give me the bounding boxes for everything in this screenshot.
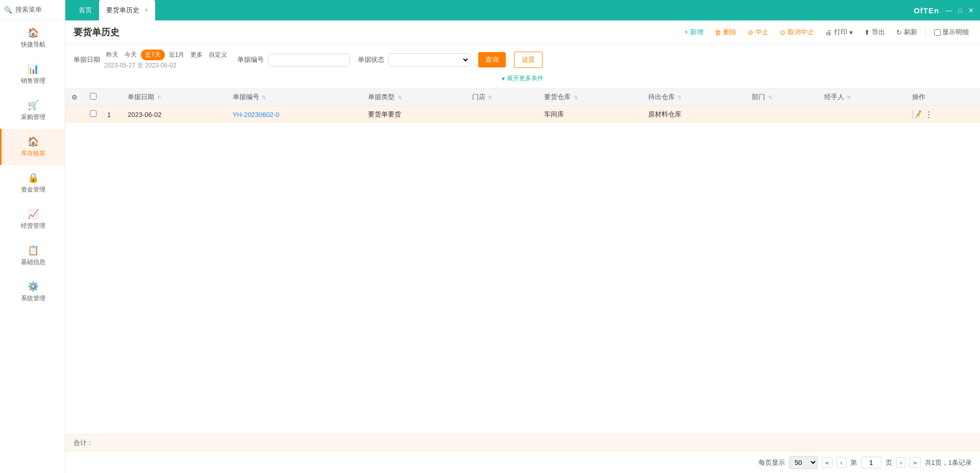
- filter-area: 单据日期 昨天今天近7天近1月更多自定义 2023-05-27 至 2023-0…: [65, 44, 980, 88]
- main-area: 首页要货单历史× OfTEn — □ ✕ 要货单历史 + 新增 🗑 删除 ⊘ 中…: [65, 0, 980, 473]
- tab-requisition-history[interactable]: 要货单历史×: [99, 0, 155, 20]
- sort-icon-dept: ⇅: [768, 94, 772, 100]
- date-range-display: 2023-05-27 至 2023-06-02: [104, 61, 229, 70]
- doc-status-select[interactable]: [388, 53, 470, 67]
- first-page-button[interactable]: «: [822, 457, 832, 468]
- total-info: 共1页，1条记录: [925, 458, 972, 467]
- th-handler[interactable]: 经手人 ⇅: [819, 88, 908, 106]
- sidebar-item-operations[interactable]: 📈 经营管理: [0, 201, 65, 238]
- date-shortcut-昨天[interactable]: 昨天: [104, 50, 120, 60]
- query-button[interactable]: 查询: [478, 52, 506, 67]
- th-req-warehouse[interactable]: 要货仓库 ⇅: [539, 88, 643, 106]
- new-button[interactable]: + 新增: [681, 26, 706, 39]
- settings-button[interactable]: 设置: [514, 52, 543, 68]
- refresh-button[interactable]: ↻ 刷新: [893, 26, 920, 39]
- prev-page-button[interactable]: ‹: [837, 457, 846, 468]
- sales-icon: 📊: [28, 63, 39, 75]
- doc-number-input[interactable]: [268, 54, 350, 66]
- minimize-button[interactable]: —: [945, 7, 952, 14]
- search-icon: 🔍: [4, 6, 12, 14]
- expand-label: 展开更多条件: [507, 74, 544, 83]
- tab-close-requisition-history[interactable]: ×: [144, 7, 148, 14]
- td-reqwh-0: 车间库: [539, 106, 643, 123]
- sidebar-item-system[interactable]: ⚙️ 系统管理: [0, 274, 65, 310]
- sidebar-item-label-quick-nav: 快捷导航: [21, 40, 45, 49]
- row-checkbox-0[interactable]: [90, 110, 96, 117]
- purchase-icon: 🛒: [28, 100, 39, 111]
- td-handler-0: [819, 106, 908, 123]
- action-edit-icon-0[interactable]: 📝: [912, 110, 922, 119]
- system-icon: ⚙️: [28, 281, 39, 292]
- stop-button[interactable]: ⊘ 中止: [745, 26, 772, 39]
- table-row[interactable]: 1 2023-06-02 YH-20230602-0 要货单要货 车间库 原材料…: [65, 106, 980, 123]
- doc-status-label: 单据状态: [358, 55, 384, 64]
- th-doc-type[interactable]: 单据类型 ⇅: [363, 88, 467, 106]
- print-dropdown-icon[interactable]: ▾: [849, 29, 853, 36]
- close-window-button[interactable]: ✕: [968, 7, 974, 14]
- next-page-button[interactable]: ›: [896, 457, 905, 468]
- sidebar-item-label-system: 系统管理: [21, 294, 45, 303]
- td-num-0: 1: [102, 106, 122, 123]
- td-store-0: [467, 106, 540, 123]
- current-page-input[interactable]: [861, 457, 881, 468]
- sidebar-item-sales[interactable]: 📊 销售管理: [0, 56, 65, 92]
- maximize-button[interactable]: □: [958, 7, 962, 14]
- per-page-select[interactable]: 2050100200: [789, 456, 818, 469]
- sidebar: 🔍 搜索菜单 🏠 快捷导航 📊 销售管理 🛒 采购管理 🏠 库存核算 🔒 资金管…: [0, 0, 65, 473]
- table-footer: 合计：: [65, 434, 980, 452]
- topbar: 首页要货单历史× OfTEn — □ ✕: [65, 0, 980, 20]
- sidebar-item-purchase[interactable]: 🛒 采购管理: [0, 92, 65, 129]
- sidebar-item-quick-nav[interactable]: 🏠 快捷导航: [0, 20, 65, 56]
- sort-icon-date: ⇅: [157, 94, 161, 100]
- date-shortcut-更多[interactable]: 更多: [188, 50, 205, 60]
- td-dept-0: [747, 106, 819, 123]
- td-pendwh-0: 原材料仓库: [643, 106, 747, 123]
- toolbar: + 新增 🗑 删除 ⊘ 中止 ⊙ 取消中止 🖨 打印 ▾: [681, 26, 972, 39]
- date-shortcut-今天[interactable]: 今天: [122, 50, 139, 60]
- td-setting-0: [65, 106, 84, 123]
- sort-icon-store: ⇅: [488, 94, 492, 100]
- sidebar-item-inventory[interactable]: 🏠 库存核算: [0, 129, 65, 165]
- sidebar-item-basic-info[interactable]: 📋 基础信息: [0, 238, 65, 274]
- th-store[interactable]: 门店 ⇅: [467, 88, 540, 106]
- sort-icon-doctype: ⇅: [398, 94, 402, 100]
- date-shortcuts: 昨天今天近7天近1月更多自定义 2023-05-27 至 2023-06-02: [104, 50, 229, 70]
- sidebar-search-label: 搜索菜单: [15, 5, 42, 14]
- toolbar-divider: [925, 28, 926, 36]
- go-prefix: 第: [850, 458, 857, 467]
- filter-row: 单据日期 昨天今天近7天近1月更多自定义 2023-05-27 至 2023-0…: [74, 50, 972, 70]
- th-department[interactable]: 部门 ⇅: [747, 88, 819, 106]
- sidebar-item-finance[interactable]: 🔒 资金管理: [0, 165, 65, 201]
- operations-icon: 📈: [28, 208, 39, 220]
- date-shortcut-近1月[interactable]: 近1月: [167, 50, 187, 60]
- last-page-button[interactable]: »: [910, 457, 920, 468]
- sidebar-item-label-finance: 资金管理: [21, 185, 45, 194]
- sort-icon-docno: ⇅: [262, 94, 266, 100]
- td-checkbox-0[interactable]: [84, 106, 102, 123]
- show-detail-button[interactable]: 显示明细: [931, 26, 972, 39]
- select-all-checkbox[interactable]: [90, 93, 96, 100]
- sidebar-item-label-purchase: 采购管理: [21, 113, 45, 122]
- print-button[interactable]: 🖨 打印 ▾: [822, 26, 856, 39]
- sidebar-item-label-basic-info: 基础信息: [21, 258, 45, 267]
- show-detail-checkbox[interactable]: [934, 29, 941, 36]
- export-button[interactable]: ⬆ 导出: [861, 26, 888, 39]
- delete-button[interactable]: 🗑 删除: [712, 26, 740, 39]
- th-pending-warehouse[interactable]: 待出仓库 ⇅: [643, 88, 747, 106]
- expand-more-button[interactable]: ▾ 展开更多条件: [74, 74, 972, 83]
- topbar-right: OfTEn — □ ✕: [914, 6, 974, 15]
- th-setting[interactable]: ⚙: [65, 88, 84, 106]
- doc-status-filter-group: 单据状态: [358, 53, 470, 67]
- doc-number-filter-group: 单据编号: [237, 54, 350, 66]
- th-doc-no[interactable]: 单据编号 ⇅: [228, 88, 363, 106]
- cancel-stop-button[interactable]: ⊙ 取消中止: [777, 26, 817, 39]
- basic-info-icon: 📋: [28, 245, 39, 256]
- refresh-icon: ↻: [896, 29, 902, 36]
- doc-no-link-0[interactable]: YH-20230602-0: [233, 111, 280, 119]
- tab-home[interactable]: 首页: [71, 0, 99, 20]
- action-more-icon-0[interactable]: ⋮: [925, 110, 933, 119]
- date-shortcut-自定义[interactable]: 自定义: [207, 50, 229, 60]
- date-shortcut-近7天[interactable]: 近7天: [141, 50, 165, 60]
- sidebar-search[interactable]: 🔍 搜索菜单: [0, 0, 65, 20]
- th-date[interactable]: 单据日期 ⇅: [122, 88, 228, 106]
